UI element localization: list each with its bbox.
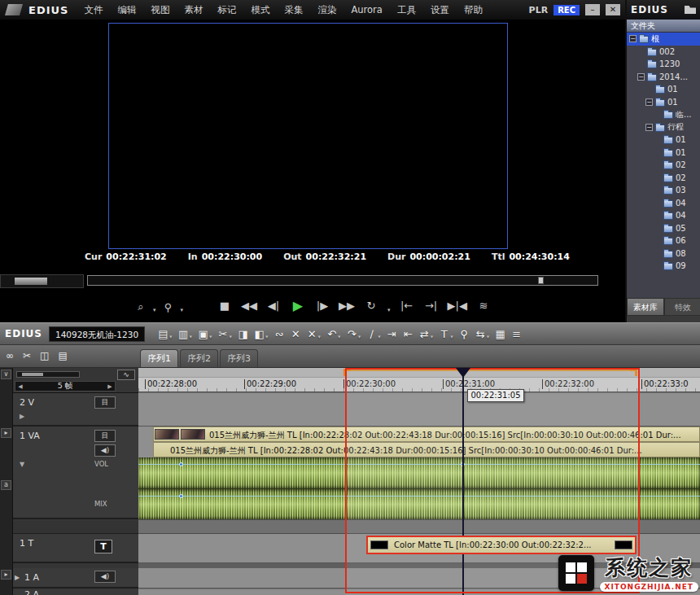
rubberband-node[interactable] [179,494,183,498]
match-frame-button[interactable]: ⇤ [403,328,413,340]
sync-mode-button[interactable]: ⇆▾ [475,328,490,340]
track-expander-icon[interactable]: ▶ [15,574,20,581]
undo-button[interactable]: ↶▾ [326,328,341,340]
tree-item-1230[interactable]: 1230 [627,58,700,71]
stop-button[interactable]: ■ [217,300,233,312]
track-visibility-icon[interactable]: 目 [94,430,116,442]
menu-item-标记[interactable]: 标记 [210,4,243,16]
speaker-icon[interactable]: ◀) [94,444,116,457]
delete-button[interactable]: ✕ [291,328,301,340]
timeline-clip-color-matte[interactable]: Color Matte TL [In:00:22:30:00 Out:00:22… [366,536,637,554]
timeline-zoom-spinner[interactable]: ◀ 5 帧 ▶ [15,381,116,392]
plr-toggle[interactable]: PLR [529,5,549,15]
track-expander-icon[interactable]: ▶ [20,413,24,420]
overwrite-mode-icon[interactable]: ▤ [58,350,67,361]
position-marker[interactable] [538,277,544,284]
track-expander-icon[interactable]: ▼ [20,461,24,468]
zoom-decrease-icon[interactable]: ◀ [15,383,25,390]
trim-mode-icon[interactable]: ✂ [23,350,31,361]
copy-button[interactable]: ◨ [238,328,248,340]
shuttle-button[interactable]: ≋ [475,300,492,312]
va-patch-icon[interactable]: ▸ [1,428,11,438]
tree-item-002[interactable]: 002 [627,46,700,59]
minimize-button[interactable]: – [585,4,600,15]
position-bar[interactable] [87,275,598,286]
play-around-cursor-button[interactable]: ▶|◀ [448,300,467,312]
new-sequence-button[interactable]: ▤▾ [158,328,173,340]
save-project-button[interactable]: ▣▾ [198,328,212,340]
loupe-button[interactable]: ⌕ [133,300,149,313]
tree-item-06[interactable]: 06 [627,234,700,247]
menu-item-Aurora[interactable]: Aurora [343,4,389,15]
rubberband-node[interactable] [179,462,183,466]
tree-item-01[interactable]: 01 [627,147,700,160]
track-header-1t[interactable]: 1 T T [13,534,138,563]
sequence-tab-序列1[interactable]: 序列1 [140,349,178,367]
cut-button[interactable]: ✂▾ [218,328,233,340]
tree-item-01[interactable]: −01 [627,96,700,109]
goto-in-button[interactable]: |← [399,300,415,312]
tree-expander-icon[interactable]: − [645,98,653,106]
tree-item-01[interactable]: 01 [627,83,700,96]
track-height-slider-handle[interactable] [22,373,43,376]
open-clip-button[interactable]: ▥▾ [178,328,193,340]
menu-item-采集[interactable]: 采集 [277,4,310,16]
menu-item-文件[interactable]: 文件 [77,4,110,16]
add-cut-point-button[interactable]: ∕▾ [366,328,381,340]
tree-item-08[interactable]: 08 [627,247,700,260]
pin-button[interactable]: ⚲ [160,301,177,313]
menu-item-素材[interactable]: 素材 [177,4,210,16]
ripple-button[interactable]: ∾ [274,328,285,340]
tree-item-临...[interactable]: 临... [627,108,700,121]
track-header-2v[interactable]: 2 V 目 ▶ [13,393,138,427]
tree-item-02[interactable]: 02 [627,159,700,172]
tree-item-行程[interactable]: −行程 [627,121,700,134]
grid-view-button[interactable]: ▦ [495,328,505,340]
goto-out-button[interactable]: →| [423,300,440,312]
track-header-1a[interactable]: ▶ 1 A ◀) [13,568,138,588]
zoom-increase-icon[interactable]: ▶ [105,383,115,390]
shuttle-control[interactable] [0,274,84,288]
ripple-mode-icon[interactable]: ∿ [117,370,135,380]
tree-expander-icon[interactable]: − [629,35,637,42]
tree-item-02[interactable]: 02 [627,172,700,185]
tree-item-04[interactable]: 04 [627,209,700,222]
menu-item-帮助[interactable]: 帮助 [457,4,490,16]
tree-item-2014...[interactable]: −2014... [627,71,700,84]
sequence-tab-序列3[interactable]: 序列3 [220,349,258,367]
menu-item-视图[interactable]: 视图 [143,4,177,16]
mixer-button[interactable]: ≡ [511,328,522,340]
redo-button[interactable]: ↷▾ [347,328,361,340]
audio-patch-icon[interactable]: a [1,480,11,490]
video-patch-icon[interactable]: ∨ [1,370,11,379]
menu-item-渲染[interactable]: 渲染 [310,4,343,16]
bin-tab-素材库[interactable]: 素材库 [627,298,664,316]
track-header-2a[interactable]: 2 A [13,589,138,595]
group-mode-icon[interactable]: ∞ [6,350,14,361]
tree-expander-icon[interactable]: − [645,124,653,131]
title-track-icon[interactable]: T [94,540,112,553]
menu-item-设置[interactable]: 设置 [423,4,457,16]
voiceover-button[interactable]: ⚲ [459,328,470,340]
tree-item-03[interactable]: 03 [627,184,700,197]
menu-item-工具[interactable]: 工具 [390,4,423,16]
mode-button[interactable]: ⇄▾ [419,328,434,340]
tree-item-09[interactable]: 09 [627,260,700,273]
loop-play-button[interactable]: ↻ [363,300,379,312]
paste-button[interactable]: ◧▾ [254,328,269,340]
title-button[interactable]: T▾ [439,328,453,340]
speaker-icon[interactable]: ◀) [94,571,116,583]
folder-icon[interactable] [685,6,696,14]
playhead-handle[interactable] [456,368,470,378]
rec-toggle[interactable]: REC [553,5,580,15]
rewind-button[interactable]: ◀◀ [241,300,257,312]
tree-item-根[interactable]: −根 [627,33,700,46]
track-patch-icon[interactable]: ▸ [1,570,11,580]
play-button[interactable]: ▶ [290,298,306,313]
track-header-1va[interactable]: 1 VA 目 ◀) ▼ VOL MIX [13,427,138,519]
sequence-tab-序列2[interactable]: 序列2 [180,349,218,367]
next-frame-button[interactable]: |▶ [314,300,330,312]
trim-button[interactable]: ⇥ [387,328,397,340]
tree-item-01[interactable]: 01 [627,133,700,147]
tree-expander-icon[interactable]: − [637,73,645,81]
